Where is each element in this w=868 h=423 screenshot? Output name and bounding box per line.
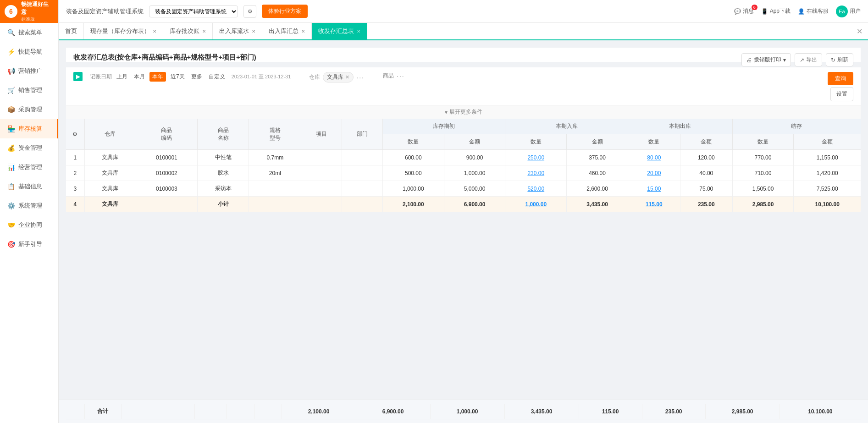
- sidebar-item-inventory[interactable]: 🏪 库存核算: [0, 119, 58, 138]
- marketing-icon: 📢: [7, 67, 15, 75]
- tab-inout-summary[interactable]: 出入库汇总 ✕: [262, 23, 312, 40]
- out-qty-link[interactable]: 15.00: [647, 186, 661, 192]
- sidebar-item-finance[interactable]: 💰 资金管理: [0, 138, 58, 158]
- tab-close-inout-summary[interactable]: ✕: [301, 29, 305, 34]
- total-close-amt: 10,100.00: [780, 404, 861, 419]
- goods-label: 商品: [383, 72, 394, 80]
- date-this-month[interactable]: 本月: [132, 72, 147, 82]
- gear-button[interactable]: ⚙: [243, 5, 256, 18]
- cell-in-qty[interactable]: 250.00: [505, 150, 567, 165]
- trial-button[interactable]: 体验行业方案: [262, 5, 308, 18]
- cell-goods-spec: [249, 181, 301, 197]
- cell-open-amt: 6,900.00: [444, 197, 505, 212]
- tab-close-stock-dist[interactable]: ✕: [153, 29, 156, 34]
- in-qty-link[interactable]: 1,000.00: [525, 201, 547, 208]
- warehouse-label: 仓库: [309, 73, 320, 81]
- cell-index: 2: [66, 165, 84, 181]
- warehouse-tag[interactable]: 文具库 ✕: [323, 72, 354, 82]
- out-qty-link[interactable]: 115.00: [646, 201, 663, 208]
- th-closing: 结存: [732, 119, 861, 134]
- cell-in-qty[interactable]: 520.00: [505, 181, 567, 197]
- th-out-amt: 金额: [680, 134, 732, 150]
- print-button[interactable]: 🖨 拨销版打印 ▾: [741, 53, 791, 66]
- th-project: 项目: [301, 119, 342, 150]
- sidebar-item-operation[interactable]: 📊 经营管理: [0, 158, 58, 177]
- sidebar-item-marketing[interactable]: 📢 营销推广: [0, 61, 58, 81]
- setting-button[interactable]: 设置: [830, 87, 853, 101]
- warehouse-ellipsis[interactable]: ···: [356, 74, 365, 81]
- tabbar-close-all[interactable]: ✕: [851, 23, 868, 40]
- warehouse-tag-close[interactable]: ✕: [345, 74, 349, 80]
- sidebar-item-purchase[interactable]: 📦 采购管理: [0, 100, 58, 119]
- date-7days[interactable]: 近7天: [169, 72, 187, 82]
- online-service-item[interactable]: 👤 在线客服: [798, 7, 829, 15]
- data-table-container: ⚙ 仓库 商品编码 商品名称 规格型号 项目 部门 库存期初 本期入库 本期出库…: [66, 119, 861, 212]
- page-title: 收发存汇总表(按仓库+商品编码+商品+规格型号+项目+部门): [73, 53, 853, 62]
- enterprise-icon: 🤝: [7, 221, 15, 229]
- message-item[interactable]: 💬 消息 6: [734, 7, 754, 15]
- cell-in-qty[interactable]: 230.00: [505, 165, 567, 181]
- logo-text-block: 畅捷通好生意 标准版: [21, 0, 54, 22]
- cell-open-qty: 1,000.00: [382, 181, 444, 197]
- cell-out-qty[interactable]: 15.00: [628, 181, 680, 197]
- sales-icon: 🛒: [7, 87, 15, 94]
- export-button[interactable]: ↗ 导出: [795, 53, 822, 66]
- export-icon: ↗: [800, 57, 804, 63]
- table-row: 4 文具库 小计 2,100.00 6,900.00 1,000.00 3,43…: [66, 197, 861, 212]
- query-button[interactable]: 查询: [828, 72, 853, 85]
- cell-open-qty: 600.00: [382, 150, 444, 165]
- in-qty-link[interactable]: 230.00: [527, 170, 544, 176]
- tab-batch[interactable]: 库存批次账 ✕: [163, 23, 213, 40]
- sidebar-item-basic-info[interactable]: 📋 基础信息: [0, 177, 58, 196]
- cell-in-qty[interactable]: 1,000.00: [505, 197, 567, 212]
- cell-out-qty[interactable]: 20.00: [628, 165, 680, 181]
- date-this-year[interactable]: 本年: [149, 72, 166, 82]
- user-item[interactable]: Ea 用户: [836, 5, 861, 17]
- cell-close-qty: 770.00: [732, 150, 794, 165]
- sidebar-item-sales[interactable]: 🛒 销售管理: [0, 81, 58, 100]
- date-last-month[interactable]: 上月: [115, 72, 129, 82]
- cell-out-amt: 120.00: [680, 150, 732, 165]
- cell-out-qty[interactable]: 115.00: [628, 197, 680, 212]
- tab-close-inout-flow[interactable]: ✕: [252, 29, 255, 34]
- out-qty-link[interactable]: 20.00: [647, 170, 661, 176]
- date-more[interactable]: 更多: [189, 72, 204, 82]
- tab-inout-flow[interactable]: 出入库流水 ✕: [213, 23, 262, 40]
- filter-toggle[interactable]: ▶: [73, 72, 83, 81]
- th-settings[interactable]: ⚙: [66, 119, 84, 150]
- print-icon: 🖨: [746, 57, 752, 63]
- in-qty-link[interactable]: 250.00: [527, 154, 544, 161]
- refresh-button[interactable]: ↻ 刷新: [826, 53, 853, 66]
- cell-index: 4: [66, 197, 84, 212]
- system-select[interactable]: 装备及固定资产辅助管理系统: [149, 5, 238, 17]
- quick-nav-icon: ⚡: [7, 48, 15, 55]
- date-range: 2023-01-01 至 2023-12-31: [232, 73, 291, 80]
- tab-close-batch[interactable]: ✕: [202, 29, 206, 34]
- tab-receive-send[interactable]: 收发存汇总表 ✕: [312, 23, 367, 40]
- cell-out-amt: 75.00: [680, 181, 732, 197]
- sidebar-logo[interactable]: 6 畅捷通好生意 标准版: [0, 0, 58, 23]
- sidebar-item-enterprise[interactable]: 🤝 企业协同: [0, 215, 58, 235]
- date-custom[interactable]: 自定义: [207, 72, 227, 82]
- tab-home[interactable]: 首页: [59, 23, 84, 40]
- sidebar-item-search[interactable]: 🔍 搜索菜单: [0, 23, 58, 42]
- out-qty-link[interactable]: 80.00: [647, 154, 661, 161]
- sidebar-item-system[interactable]: ⚙️ 系统管理: [0, 196, 58, 215]
- cell-goods-spec: [249, 197, 301, 212]
- tab-stock-dist[interactable]: 现存量（库存分布表） ✕: [84, 23, 163, 40]
- cell-out-amt: 235.00: [680, 197, 732, 212]
- total-open-qty: 2,100.00: [282, 404, 356, 419]
- goods-ellipsis[interactable]: ···: [397, 72, 405, 80]
- total-close-qty: 2,985.00: [705, 404, 780, 419]
- expand-more-btn[interactable]: ▾ 展开更多条件: [66, 105, 861, 119]
- th-opening: 库存期初: [382, 119, 505, 134]
- sidebar-item-guide[interactable]: 🎯 新手引导: [0, 235, 58, 254]
- cell-close-amt: 1,155.00: [794, 150, 861, 165]
- sidebar-item-quick-nav[interactable]: ⚡ 快捷导航: [0, 42, 58, 61]
- refresh-icon: ↻: [831, 57, 835, 63]
- cell-out-qty[interactable]: 80.00: [628, 150, 680, 165]
- in-qty-link[interactable]: 520.00: [527, 186, 544, 192]
- cell-warehouse: 文具库: [84, 181, 136, 197]
- tab-close-receive-send[interactable]: ✕: [357, 29, 360, 34]
- app-download-item[interactable]: 📱 App下载: [761, 7, 791, 15]
